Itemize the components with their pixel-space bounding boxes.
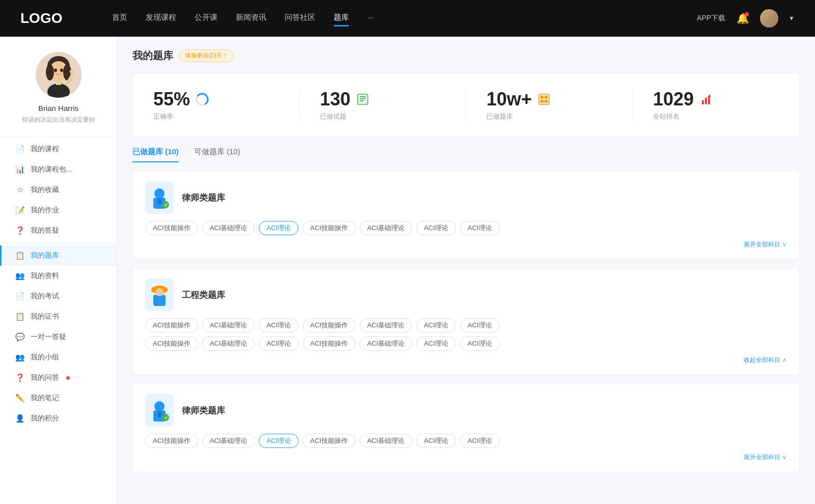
- stat-rank: 1029 全站排名: [633, 83, 799, 126]
- bank-card-header-1: 工程类题库: [145, 278, 787, 311]
- bank-tags-row2-1: ACI技能操作ACI基础理论ACI理论ACI技能操作ACI基础理论ACI理论AC…: [145, 337, 787, 351]
- sidebar-item-我的积分[interactable]: 👤 我的积分: [0, 408, 117, 429]
- sidebar-label: 我的考试: [31, 292, 59, 301]
- nav-link-发现课程[interactable]: 发现课程: [146, 13, 176, 24]
- tag-2-2[interactable]: ACI理论: [259, 434, 298, 448]
- bank-cards: ✓ 律师类题库 ACI技能操作ACI基础理论ACI理论ACI技能操作ACI基础理…: [132, 171, 800, 472]
- tag-2-0[interactable]: ACI技能操作: [145, 434, 198, 448]
- accuracy-icon: [195, 92, 209, 106]
- tag-2-4[interactable]: ACI基础理论: [360, 434, 413, 448]
- sidebar-icon: 💬: [15, 332, 24, 342]
- logo[interactable]: LOGO: [20, 10, 82, 26]
- stat-accuracy-label: 正确率: [153, 112, 173, 121]
- tag-0-5[interactable]: ACI理论: [416, 221, 456, 235]
- stat-questions-value: 130: [320, 89, 350, 110]
- svg-rect-15: [539, 94, 549, 104]
- sidebar-item-我的课程包...[interactable]: 📊 我的课程包...: [0, 159, 117, 180]
- topnav-right: APP下载 🔔 ▼: [697, 9, 795, 27]
- sidebar-item-我的证书[interactable]: 📋 我的证书: [0, 306, 117, 327]
- tag-1-3[interactable]: ACI技能操作: [303, 318, 356, 332]
- tag-1-5[interactable]: ACI理论: [416, 318, 456, 332]
- notification-bell[interactable]: 🔔: [736, 11, 750, 25]
- sidebar-item-我的课程[interactable]: 📄 我的课程: [0, 139, 117, 159]
- tag-0-3[interactable]: ACI技能操作: [303, 221, 356, 235]
- tag-0-6[interactable]: ACI理论: [460, 221, 500, 235]
- tag-1-13[interactable]: ACI理论: [460, 337, 500, 351]
- tag-2-1[interactable]: ACI基础理论: [202, 434, 255, 448]
- engineer-icon: [147, 281, 172, 309]
- questions-icon: [356, 92, 370, 106]
- tag-1-11[interactable]: ACI基础理论: [360, 337, 413, 351]
- svg-point-8: [60, 69, 63, 72]
- sidebar-item-我的题库[interactable]: 📋 我的题库: [0, 245, 117, 266]
- avatar-image: [760, 9, 778, 27]
- sidebar-item-我的资料[interactable]: 👥 我的资料: [0, 266, 117, 286]
- tag-1-4[interactable]: ACI基础理论: [360, 318, 413, 332]
- sidebar-icon: ✏️: [15, 394, 24, 403]
- nav-link-新闻资讯[interactable]: 新闻资讯: [236, 13, 266, 24]
- app-download[interactable]: APP下载: [697, 14, 725, 23]
- svg-point-32: [155, 288, 164, 296]
- sidebar-icon: 📋: [15, 251, 24, 260]
- tab-1[interactable]: 可做题库 (10): [194, 147, 240, 162]
- sidebar-item-我的考试[interactable]: 📄 我的考试: [0, 286, 117, 306]
- sidebar-label: 我的课程包...: [31, 165, 72, 174]
- expand-link-0[interactable]: 展开全部科目 ∨: [744, 240, 787, 249]
- sidebar-item-一对一答疑[interactable]: 💬 一对一答疑: [0, 327, 117, 347]
- svg-rect-16: [540, 96, 544, 99]
- avatar-dropdown-caret[interactable]: ▼: [789, 15, 795, 22]
- sidebar-item-我的问答[interactable]: ❓ 我的问答: [0, 368, 117, 388]
- expand-link-1[interactable]: 收起全部科目 ∧: [744, 356, 787, 365]
- bank-tags-row1-2: ACI技能操作ACI基础理论ACI理论ACI技能操作ACI基础理论ACI理论AC…: [145, 434, 787, 448]
- bank-name-1: 工程类题库: [182, 289, 225, 301]
- stat-accuracy: 55% 正确率: [133, 83, 300, 126]
- nav-link-首页[interactable]: 首页: [112, 13, 127, 24]
- tag-1-6[interactable]: ACI理论: [460, 318, 500, 332]
- main-content: 我的题库 体验剩余23天！ 55% 正确率 130: [117, 37, 815, 504]
- tag-1-8[interactable]: ACI基础理论: [202, 337, 255, 351]
- tag-0-0[interactable]: ACI技能操作: [145, 221, 198, 235]
- sidebar-icon: ☆: [15, 185, 24, 194]
- sidebar-icon: ❓: [15, 373, 24, 382]
- expand-link-2[interactable]: 展开全部科目 ∨: [744, 453, 787, 462]
- sidebar-item-我的收藏[interactable]: ☆ 我的收藏: [0, 180, 117, 200]
- svg-rect-22: [708, 96, 710, 104]
- sidebar-icon: 📄: [15, 145, 24, 154]
- tag-1-12[interactable]: ACI理论: [416, 337, 456, 351]
- tag-1-0[interactable]: ACI技能操作: [145, 318, 198, 332]
- page-title: 我的题库: [132, 49, 173, 63]
- svg-point-7: [54, 69, 57, 72]
- tag-0-2[interactable]: ACI理论: [259, 221, 298, 235]
- sidebar-item-我的答疑[interactable]: ❓ 我的答疑: [0, 220, 117, 241]
- bank-card-0: ✓ 律师类题库 ACI技能操作ACI基础理论ACI理论ACI技能操作ACI基础理…: [132, 171, 800, 260]
- svg-text:✓: ✓: [164, 203, 168, 208]
- tag-0-1[interactable]: ACI基础理论: [202, 221, 255, 235]
- svg-rect-19: [545, 100, 548, 103]
- sidebar-item-我的小组[interactable]: 👥 我的小组: [0, 347, 117, 368]
- sidebar-item-我的作业[interactable]: 📝 我的作业: [0, 200, 117, 220]
- tag-1-2[interactable]: ACI理论: [259, 318, 298, 332]
- sidebar-label: 我的答疑: [31, 226, 59, 235]
- avatar[interactable]: [760, 9, 778, 27]
- stat-banks-top: 10w+: [486, 89, 551, 110]
- tag-1-10[interactable]: ACI技能操作: [303, 337, 356, 351]
- tag-1-1[interactable]: ACI基础理论: [202, 318, 255, 332]
- tag-2-6[interactable]: ACI理论: [460, 434, 500, 448]
- tag-1-7[interactable]: ACI技能操作: [145, 337, 198, 351]
- sidebar-item-我的笔记[interactable]: ✏️ 我的笔记: [0, 388, 117, 408]
- svg-rect-14: [360, 100, 364, 101]
- nav-link-···[interactable]: ···: [367, 13, 374, 24]
- topnav: LOGO 首页发现课程公开课新闻资讯问答社区题库··· APP下载 🔔 ▼: [0, 0, 815, 37]
- svg-rect-17: [545, 96, 548, 99]
- page-header: 我的题库 体验剩余23天！: [132, 49, 800, 63]
- tag-1-9[interactable]: ACI理论: [259, 337, 298, 351]
- svg-rect-12: [360, 96, 366, 97]
- tab-0[interactable]: 已做题库 (10): [132, 147, 179, 162]
- tag-0-4[interactable]: ACI基础理论: [360, 221, 413, 235]
- nav-link-公开课[interactable]: 公开课: [195, 13, 218, 24]
- tag-2-3[interactable]: ACI技能操作: [303, 434, 356, 448]
- trial-badge[interactable]: 体验剩余23天！: [179, 49, 234, 62]
- nav-link-问答社区[interactable]: 问答社区: [285, 13, 315, 24]
- nav-link-题库[interactable]: 题库: [334, 13, 349, 24]
- tag-2-5[interactable]: ACI理论: [416, 434, 456, 448]
